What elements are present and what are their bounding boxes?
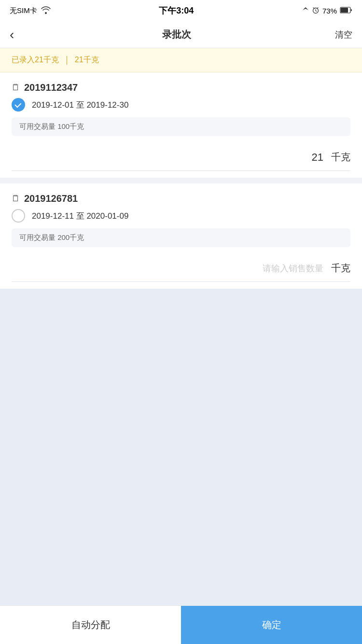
batch2-date: 2019-12-11 至 2020-01-09 bbox=[32, 210, 128, 222]
batch2-available: 可用交易量 200千克 bbox=[12, 228, 350, 247]
batch2-icon: 🗒 bbox=[12, 194, 20, 204]
batch2-date-row: 2019-12-11 至 2020-01-09 bbox=[12, 209, 350, 223]
svg-rect-2 bbox=[341, 8, 348, 13]
batch1-quantity-row: 21 千克 bbox=[0, 144, 362, 164]
batch2-radio[interactable] bbox=[12, 209, 25, 223]
auto-distribute-button[interactable]: 自动分配 bbox=[0, 606, 181, 644]
recorded-value: 21千克 bbox=[75, 55, 99, 65]
status-left: 无SIM卡 bbox=[10, 6, 51, 15]
confirm-button[interactable]: 确定 bbox=[181, 606, 362, 644]
status-right: 73% bbox=[302, 6, 352, 15]
batch2-input-unit: 千克 bbox=[331, 262, 350, 275]
batch-item-1[interactable]: 🗒 2019112347 2019-12-01 至 2019-12-30 可用交… bbox=[0, 72, 362, 144]
nav-bar: ‹ 录批次 清空 bbox=[0, 21, 362, 48]
info-banner: 已录入21千克 21千克 bbox=[0, 48, 362, 72]
status-bar: 无SIM卡 下午3:04 73% bbox=[0, 0, 362, 21]
section-gap-1 bbox=[0, 178, 362, 183]
back-button[interactable]: ‹ bbox=[10, 25, 18, 44]
batch2-input-placeholder: 请输入销售数量 bbox=[263, 263, 323, 274]
battery-percent: 73% bbox=[322, 7, 337, 15]
batch2-input-row[interactable]: 请输入销售数量 千克 bbox=[0, 255, 362, 275]
bottom-bar: 自动分配 确定 bbox=[0, 605, 362, 644]
empty-area bbox=[0, 289, 362, 605]
content-area: 已录入21千克 21千克 🗒 2019112347 2019-12-01 至 2… bbox=[0, 48, 362, 605]
status-time: 下午3:04 bbox=[159, 5, 194, 16]
batch1-icon: 🗒 bbox=[12, 83, 20, 93]
sim-text: 无SIM卡 bbox=[10, 6, 37, 15]
batch2-id: 2019126781 bbox=[24, 193, 78, 204]
recorded-label: 已录入21千克 bbox=[12, 55, 59, 65]
clear-button[interactable]: 清空 bbox=[335, 29, 352, 41]
batch1-id: 2019112347 bbox=[24, 82, 78, 93]
banner-divider bbox=[67, 56, 67, 65]
batch1-date: 2019-12-01 至 2019-12-30 bbox=[32, 99, 128, 111]
batch1-available: 可用交易量 100千克 bbox=[12, 117, 350, 136]
batch-item-2[interactable]: 🗒 2019126781 2019-12-11 至 2020-01-09 可用交… bbox=[0, 183, 362, 255]
location-icon bbox=[302, 7, 309, 15]
batch1-quantity-unit: 千克 bbox=[331, 151, 350, 164]
wifi-icon bbox=[41, 6, 51, 15]
batch1-quantity-value: 21 bbox=[312, 151, 323, 164]
page-title: 录批次 bbox=[162, 28, 191, 41]
battery-icon bbox=[340, 7, 352, 15]
batch1-header: 🗒 2019112347 bbox=[12, 82, 350, 93]
batch1-radio[interactable] bbox=[12, 98, 25, 112]
batch1-date-row: 2019-12-01 至 2019-12-30 bbox=[12, 98, 350, 112]
alarm-icon bbox=[312, 6, 320, 15]
batch2-header: 🗒 2019126781 bbox=[12, 193, 350, 204]
